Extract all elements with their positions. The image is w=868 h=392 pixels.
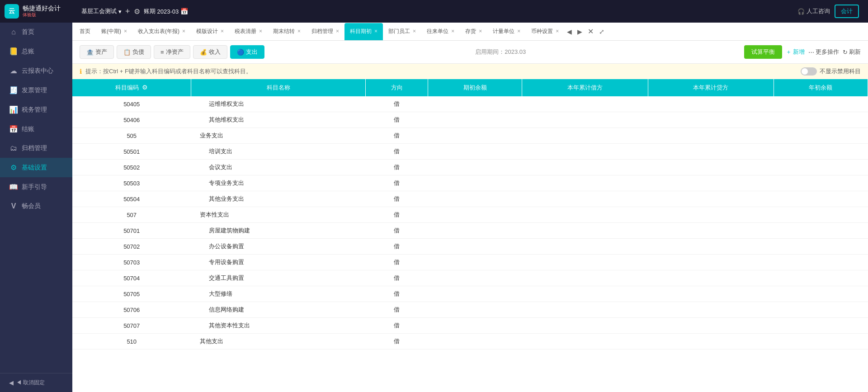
sidebar-item-reports[interactable]: ☁ 云报表中心 <box>0 61 72 80</box>
tab-home[interactable]: 首页 <box>74 23 96 40</box>
cell-direction: 借 <box>366 175 428 191</box>
table-row[interactable]: 50703专用设备购置借 <box>72 255 868 270</box>
tab-template[interactable]: 模版设计 × <box>191 23 229 40</box>
tab-inventory-close[interactable]: × <box>479 28 482 34</box>
app-edition: 体验版 <box>23 12 61 18</box>
tab-department-label: 部门员工 <box>388 28 410 35</box>
kuaiji-button[interactable]: 会计 <box>835 5 859 18</box>
sidebar-item-tax[interactable]: 📊 税务管理 <box>0 100 72 119</box>
table-row[interactable]: 50502会议支出借 <box>72 160 868 175</box>
add-tab-btn[interactable]: + <box>125 7 130 16</box>
table-row[interactable]: 510其他支出借 <box>72 334 868 349</box>
tab-archiving[interactable]: 归档管理 × <box>306 23 344 40</box>
cell-name: 交通工具购置 <box>191 270 365 286</box>
archive-icon: 🗂 <box>9 144 18 152</box>
cloud-icon: ☁ <box>9 66 18 75</box>
tab-department-close[interactable]: × <box>413 28 416 34</box>
table-row[interactable]: 50707其他资本性支出借 <box>72 318 868 334</box>
table-row[interactable]: 50503专项业务支出借 <box>72 175 868 191</box>
table-row[interactable]: 50704交通工具购置借 <box>72 270 868 286</box>
table-row[interactable]: 50405运维维权支出借 <box>72 96 868 112</box>
tab-tax-close[interactable]: × <box>259 28 262 34</box>
sidebar-item-home[interactable]: ⌂ 首页 <box>0 23 72 42</box>
service-btn[interactable]: 🎧 人工咨询 <box>797 7 830 15</box>
table-row[interactable]: 50706信息网络购建借 <box>72 302 868 318</box>
tab-prev-btn[interactable]: ◀ <box>564 26 575 37</box>
sidebar-collapse-btn[interactable]: ◀ ◀ 取消固定 <box>0 373 72 392</box>
main-layout: ⌂ 首页 📒 总账 ☁ 云报表中心 🧾 发票管理 📊 税务管理 📅 结账 🗂 归… <box>0 23 868 392</box>
period-value: 2023-03 <box>157 8 179 15</box>
cell-code: 50501 <box>72 144 191 160</box>
guide-icon: 📖 <box>9 183 18 191</box>
table-row[interactable]: 50406其他维权支出借 <box>72 112 868 128</box>
tab-period-end[interactable]: 期末结转 × <box>268 23 306 40</box>
cell-year-balance <box>774 334 868 349</box>
toggle-disabled-switch[interactable] <box>801 67 817 76</box>
tab-period-end-close[interactable]: × <box>297 28 301 34</box>
tab-subject-init[interactable]: 科目期初 × <box>344 23 383 40</box>
refresh-btn[interactable]: ↻ 刷新 <box>843 48 861 56</box>
sidebar-label-settings: 基础设置 <box>22 164 47 172</box>
filter-tab-net-asset[interactable]: ≡ 净资产 <box>154 45 190 59</box>
tab-template-label: 模版设计 <box>196 28 218 35</box>
sidebar-item-archive[interactable]: 🗂 归档管理 <box>0 139 72 158</box>
add-btn[interactable]: ＋ 新增 <box>786 48 805 56</box>
balance-btn[interactable]: 试算平衡 <box>744 45 782 59</box>
cell-name: 运维维权支出 <box>191 96 365 112</box>
tab-mid-period[interactable]: 账(中期) × <box>96 23 132 40</box>
filter-tab-income[interactable]: 💰 收入 <box>193 45 227 59</box>
tab-close-all-btn[interactable]: ✕ <box>585 25 596 38</box>
table-row[interactable]: 50705大型修缮借 <box>72 286 868 302</box>
sidebar-item-settings[interactable]: ⚙ 基础设置 <box>0 158 72 177</box>
filter-tab-debt[interactable]: 📋 负债 <box>117 45 151 59</box>
tab-currency[interactable]: 币种设置 × <box>526 23 564 40</box>
sidebar-item-invoice[interactable]: 🧾 发票管理 <box>0 80 72 100</box>
sidebar-item-guide[interactable]: 📖 新手引导 <box>0 177 72 197</box>
tab-customers-close[interactable]: × <box>451 28 454 34</box>
table-row[interactable]: 507资本性支出借 <box>72 207 868 223</box>
cell-name: 其他支出 <box>191 334 365 349</box>
col-settings-icon[interactable]: ⚙ <box>142 84 148 91</box>
tab-currency-close[interactable]: × <box>556 28 559 34</box>
cell-code: 505 <box>72 128 191 144</box>
cell-year-credit <box>648 191 774 207</box>
settings-icon[interactable]: ⚙ <box>134 7 140 16</box>
table-container[interactable]: 科目编码 ⚙ 科目名称 方向 期初余额 本年累计借方 本年累计贷方 年初余额 5… <box>72 79 868 392</box>
tab-next-btn[interactable]: ▶ <box>575 26 585 37</box>
debt-icon: 📋 <box>123 49 131 56</box>
cell-year-credit <box>648 144 774 160</box>
table-header-row: 科目编码 ⚙ 科目名称 方向 期初余额 本年累计借方 本年累计贷方 年初余额 <box>72 79 868 96</box>
sidebar-item-member[interactable]: V 畅会员 <box>0 197 72 216</box>
tab-annual-report[interactable]: 收入支出表(年报) × <box>132 23 191 40</box>
table-row[interactable]: 505业务支出借 <box>72 128 868 144</box>
cell-direction: 借 <box>366 223 428 239</box>
cell-year-debit <box>522 160 648 175</box>
tab-inventory[interactable]: 存货 × <box>460 23 487 40</box>
cell-year-balance <box>774 128 868 144</box>
tab-tax[interactable]: 税表清册 × <box>229 23 268 40</box>
table-row[interactable]: 50702办公设备购置借 <box>72 239 868 255</box>
more-btn[interactable]: ⋯ 更多操作 <box>808 48 839 56</box>
calendar-icon[interactable]: 📅 <box>180 8 188 15</box>
tab-template-close[interactable]: × <box>221 28 224 34</box>
tab-unit-close[interactable]: × <box>517 28 520 34</box>
tab-mid-period-close[interactable]: × <box>124 28 127 34</box>
table-row[interactable]: 50501培训支出借 <box>72 144 868 160</box>
tab-unit[interactable]: 计量单位 × <box>487 23 526 40</box>
table-row[interactable]: 50504其他业务支出借 <box>72 191 868 207</box>
table-row[interactable]: 50701房屋建筑物购建借 <box>72 223 868 239</box>
filter-tab-expense[interactable]: 🔵 支出 <box>230 45 264 59</box>
tab-annual-close[interactable]: × <box>182 28 185 34</box>
sidebar-item-close[interactable]: 📅 结账 <box>0 119 72 139</box>
tab-maximize-btn[interactable]: ⤢ <box>596 26 607 37</box>
tab-archiving-close[interactable]: × <box>336 28 339 34</box>
cell-name: 其他资本性支出 <box>191 318 365 334</box>
sidebar-item-ledger[interactable]: 📒 总账 <box>0 42 72 61</box>
filter-tab-asset[interactable]: 🏦 资产 <box>80 45 114 59</box>
sidebar-label-guide: 新手引导 <box>22 183 47 191</box>
tab-customers[interactable]: 往来单位 × <box>421 23 460 40</box>
tab-department[interactable]: 部门员工 × <box>383 23 421 40</box>
company-selector[interactable]: 基层工会测试 ▾ <box>81 7 122 15</box>
tab-subject-init-close[interactable]: × <box>374 28 377 34</box>
cell-period-balance <box>428 255 522 270</box>
